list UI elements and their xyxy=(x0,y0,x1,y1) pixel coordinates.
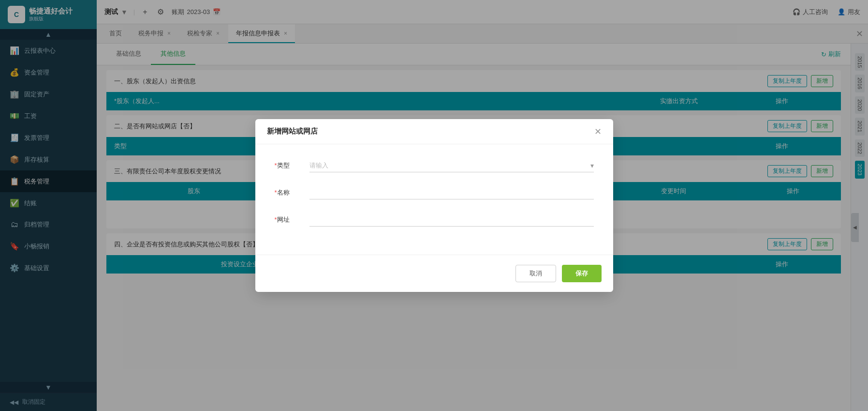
form-row-url: *网址 xyxy=(275,213,594,227)
modal-overlay[interactable]: 新增网站或网店 ✕ *类型 ▾ *名称 xyxy=(0,0,868,411)
name-label: *名称 xyxy=(275,188,304,197)
cancel-button[interactable]: 取消 xyxy=(515,265,556,282)
form-row-type: *类型 ▾ xyxy=(275,159,594,172)
url-input-wrapper xyxy=(309,213,594,227)
modal-header: 新增网站或网店 ✕ xyxy=(255,119,613,144)
modal-close-btn[interactable]: ✕ xyxy=(594,127,602,136)
modal-title: 新增网站或网店 xyxy=(267,127,318,136)
name-input-wrapper xyxy=(309,186,594,199)
url-input[interactable] xyxy=(309,213,594,226)
modal-body: *类型 ▾ *名称 *网址 xyxy=(255,144,613,255)
type-input[interactable] xyxy=(309,159,590,172)
name-input[interactable] xyxy=(309,186,594,199)
form-row-name: *名称 xyxy=(275,186,594,199)
type-input-wrapper: ▾ xyxy=(309,159,594,172)
modal-footer: 取消 保存 xyxy=(255,255,613,292)
type-dropdown-icon[interactable]: ▾ xyxy=(590,162,594,169)
url-label: *网址 xyxy=(275,215,304,224)
save-button[interactable]: 保存 xyxy=(562,265,602,282)
add-website-modal: 新增网站或网店 ✕ *类型 ▾ *名称 xyxy=(255,119,613,292)
type-label: *类型 xyxy=(275,161,304,170)
